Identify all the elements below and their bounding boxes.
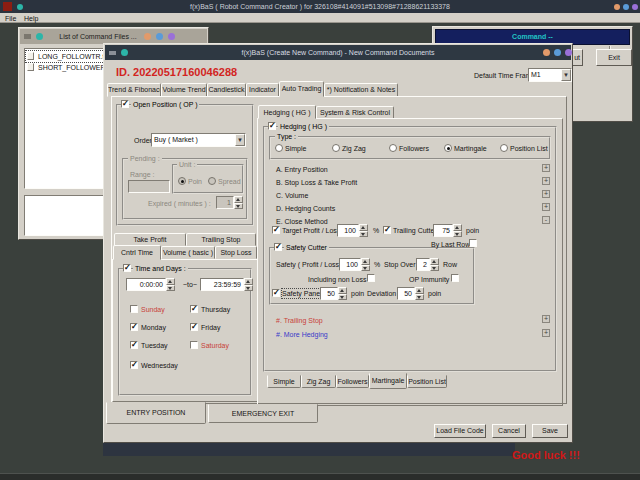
tab-emergency-exit[interactable]: EMERGENCY EXIT (208, 404, 318, 423)
files-minimize-button[interactable] (144, 33, 151, 40)
files-close-button[interactable] (168, 33, 175, 40)
tab-cntrl-time[interactable]: Cntrl Time (113, 245, 161, 260)
type-simple-radio[interactable] (275, 144, 283, 152)
target-profit-spinner[interactable] (359, 224, 368, 237)
wednesday-checkbox[interactable] (130, 361, 138, 369)
dialog-close-button[interactable] (565, 49, 572, 56)
time-frame-dropdown-icon[interactable]: ▼ (561, 69, 571, 81)
stop-over-field[interactable]: 2 (416, 258, 430, 271)
expired-field[interactable]: 1 (216, 196, 234, 209)
safety-panel-checkbox[interactable] (272, 289, 280, 297)
deviation-spinner[interactable] (415, 287, 424, 300)
trailing-cutter-field[interactable]: 75 (433, 224, 453, 237)
btab-martingale[interactable]: Martingale (369, 373, 407, 389)
spread-radio[interactable] (208, 177, 216, 185)
order-dropdown-icon[interactable]: ▼ (235, 134, 245, 146)
section-volume[interactable]: C. Volume (276, 191, 308, 200)
section-stoploss-toggle[interactable]: + (542, 177, 550, 185)
safety-panel-spinner[interactable] (338, 287, 347, 300)
tab-candlestick[interactable]: Candlestick (207, 83, 246, 97)
time-to-spinner[interactable] (244, 278, 253, 291)
section-hedging-counts-toggle[interactable]: + (542, 203, 550, 211)
time-days-checkbox[interactable] (123, 264, 131, 272)
save-button[interactable]: Save (532, 424, 568, 438)
files-maximize-button[interactable] (156, 33, 163, 40)
time-to-field[interactable]: 23:59:59 (200, 278, 244, 291)
type-zigzag-radio[interactable] (332, 144, 340, 152)
btab-position-list[interactable]: Position List (407, 375, 447, 388)
time-frame-combobox[interactable]: M1 ▼ (528, 68, 572, 82)
target-profit-checkbox[interactable] (272, 226, 280, 234)
op-immunity-checkbox[interactable] (451, 274, 459, 282)
safety-profit-field[interactable]: 100 (339, 258, 361, 271)
type-martingale-radio[interactable] (444, 144, 452, 152)
tab-volume-trend[interactable]: Volume Trend (161, 83, 207, 97)
including-non-loss-checkbox[interactable] (367, 274, 375, 282)
menu-help[interactable]: Help (24, 14, 38, 23)
tab-entry-position[interactable]: ENTRY POSITION (106, 402, 206, 424)
friday-checkbox[interactable] (190, 323, 198, 331)
trailing-cutter-spinner[interactable] (453, 224, 462, 237)
menu-file[interactable]: File (5, 14, 16, 23)
target-profit-field[interactable]: 100 (337, 224, 359, 237)
monday-checkbox[interactable] (130, 323, 138, 331)
by-last-row-checkbox[interactable] (469, 239, 477, 247)
tab-hedging[interactable]: Hedging ( HG ) (258, 105, 316, 119)
tab-label: Stop Loss (220, 249, 251, 256)
app-maximize-button[interactable] (623, 4, 629, 10)
btab-simple[interactable]: Simple (267, 375, 301, 388)
trailing-cutter-checkbox[interactable] (383, 226, 391, 234)
tab-volume-basic[interactable]: Volume ( basic ) (161, 246, 215, 259)
deviation-field[interactable]: 50 (397, 287, 415, 300)
open-position-checkbox[interactable] (121, 100, 129, 108)
section-entry-toggle[interactable]: + (542, 164, 550, 172)
dialog-titlebar[interactable]: f(x)BaS (Create New Command) - New Comma… (105, 45, 571, 60)
load-file-code-button[interactable]: Load File Code (434, 424, 486, 438)
section-trailing-stop[interactable]: #. Trailing Stop (276, 316, 323, 325)
app-titlebar[interactable]: f(x)BaS ( Robot Command Creator ) for 32… (0, 0, 640, 13)
files-titlebar[interactable]: List of Command Files ... (20, 29, 207, 44)
sunday-checkbox[interactable] (130, 305, 138, 313)
section-volume-toggle[interactable]: + (542, 190, 550, 198)
safety-profit-spinner[interactable] (361, 258, 370, 271)
type-position-list-radio[interactable] (500, 144, 508, 152)
tab-indicator[interactable]: Indicator (246, 83, 279, 97)
range-field[interactable] (128, 180, 170, 193)
stop-over-spinner[interactable] (430, 258, 439, 271)
type-followers-radio[interactable] (389, 144, 397, 152)
time-from-field[interactable]: 0:00:00 (126, 278, 166, 291)
section-trailing-stop-toggle[interactable]: + (542, 315, 550, 323)
tab-stop-loss[interactable]: Stop Loss (215, 246, 257, 259)
app-minimize-button[interactable] (614, 4, 620, 10)
section-stoploss-takeprofit[interactable]: B. Stop Loss & Take Profit (276, 178, 357, 187)
tab-trend-fibonacci[interactable]: Trend & Fibonacci (107, 83, 161, 97)
section-entry-position[interactable]: A. Entry Position (276, 165, 328, 174)
section-close-method-toggle[interactable]: - (542, 216, 550, 224)
poin-radio[interactable] (178, 177, 186, 185)
order-combobox[interactable]: Buy ( Market ) ▼ (151, 133, 246, 147)
btab-zigzag[interactable]: Zig Zag (301, 375, 336, 388)
tuesday-checkbox[interactable] (130, 341, 138, 349)
exit-button[interactable]: Exit (596, 49, 632, 66)
thursday-label: Thursday (201, 305, 230, 314)
section-more-hedging-toggle[interactable]: + (542, 329, 550, 337)
expired-spinner[interactable] (234, 196, 243, 209)
btab-followers[interactable]: Followers (336, 375, 369, 388)
cancel-button[interactable]: Cancel (492, 424, 526, 438)
time-from-spinner[interactable] (166, 278, 175, 291)
dialog-minimize-button[interactable] (543, 49, 550, 56)
safety-cutter-checkbox[interactable] (274, 243, 282, 251)
section-more-hedging[interactable]: #. More Hedging (276, 330, 328, 339)
dialog-maximize-button[interactable] (554, 49, 561, 56)
tab-notification-notes[interactable]: *) Notification & Notes (324, 83, 398, 97)
app-close-button[interactable] (632, 4, 638, 10)
section-hedging-counts[interactable]: D. Hedging Counts (276, 204, 335, 213)
hedging-checkbox[interactable] (268, 122, 276, 130)
saturday-checkbox[interactable] (190, 341, 198, 349)
section-close-method[interactable]: E. Close Method (276, 217, 328, 226)
file-icon (27, 63, 34, 71)
tab-trailing-stop-left[interactable]: Trailing Stop (186, 233, 256, 246)
thursday-checkbox[interactable] (190, 305, 198, 313)
safety-panel-field[interactable]: 50 (320, 287, 338, 300)
tab-auto-trading[interactable]: Auto Trading (279, 81, 324, 97)
